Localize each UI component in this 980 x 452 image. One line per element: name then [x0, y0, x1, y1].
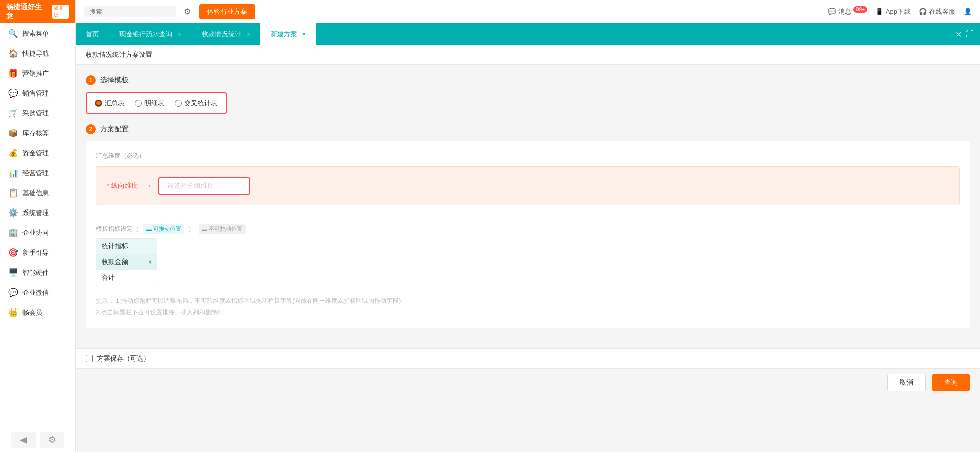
radio-detail-input[interactable]: [135, 100, 142, 107]
sidebar-item-label: 营销推广: [22, 69, 49, 78]
sidebar-item-label: 库存核算: [22, 129, 49, 138]
tab-new-plan-close[interactable]: ×: [302, 31, 306, 38]
sidebar-item-label: 销售管理: [22, 89, 49, 98]
sidebar-item-smart-hw[interactable]: 🖥️ 智能硬件: [0, 263, 75, 282]
operation-icon: 📊: [8, 168, 18, 178]
step1-section: 1 选择模板 汇总表 明细表 交叉统计表: [86, 75, 970, 114]
step2-title: 2 方案配置: [86, 124, 970, 134]
confirm-button[interactable]: 查询: [932, 374, 970, 391]
radio-cross-label: 交叉统计表: [184, 99, 217, 108]
app-download-button[interactable]: 📱 App下载: [875, 7, 911, 16]
smart-hw-icon: 🖥️: [8, 268, 18, 277]
sidebar-settings-btn[interactable]: ⚙: [40, 432, 64, 448]
sidebar-item-finance[interactable]: 💰 资金管理: [0, 143, 75, 163]
sidebar-item-label: 资金管理: [22, 149, 49, 158]
indicators-section: 模板指标设定（ ▬ 可拖动位置 ） ▬ 不可拖动位置: [96, 224, 960, 288]
tab-new-plan-label: 新建方案: [271, 30, 297, 39]
radio-summary-label: 汇总表: [105, 99, 125, 108]
logo-badge: 标准版: [52, 5, 69, 19]
radio-cross[interactable]: 交叉统计表: [175, 99, 217, 108]
finance-icon: 💰: [8, 148, 18, 158]
radio-cross-input[interactable]: [175, 100, 182, 107]
sidebar-item-purchase[interactable]: 🛒 采购管理: [0, 103, 75, 123]
wechat-icon: 💬: [8, 288, 18, 297]
sidebar-item-label: 企业协同: [22, 228, 49, 237]
sidebar-collapse-btn[interactable]: ◀: [11, 432, 36, 448]
app-icon: 📱: [875, 8, 884, 15]
sidebar-item-label: 畅会员: [22, 308, 42, 317]
config-panel: 汇总维度（必选） 纵向维度 → 请选择分组维度: [86, 141, 970, 328]
topbar-right: 💬 消息 99+ 📱 App下载 🎧 在线客服 👤: [828, 7, 972, 16]
sidebar-item-quick-nav[interactable]: 🏠 快捷导航: [0, 43, 75, 63]
message-button[interactable]: 💬 消息 99+: [828, 7, 867, 16]
tab-cash-bank[interactable]: 现金银行流水查询 ×: [109, 23, 191, 45]
message-icon: 💬: [828, 8, 836, 15]
enterprise-icon: 🏢: [8, 228, 18, 237]
sidebar-item-marketing[interactable]: 🎁 营销推广: [0, 63, 75, 83]
sidebar-item-inventory[interactable]: 📦 库存核算: [0, 123, 75, 143]
tab-receipts-stat-label: 收款情况统计: [202, 30, 241, 39]
page-title: 收款情况统计方案设置: [86, 51, 152, 58]
sidebar-item-guide[interactable]: 🎯 新手引导: [0, 243, 75, 263]
tabs-action-area: ✕ ⛶: [955, 30, 980, 39]
indicators-label: 模板指标设定（ ▬ 可拖动位置 ） ▬ 不可拖动位置: [96, 224, 960, 234]
sidebar-item-enterprise[interactable]: 🏢 企业协同: [0, 223, 75, 243]
cancel-button[interactable]: 取消: [887, 374, 926, 391]
sidebar-item-label: 新手引导: [22, 248, 49, 257]
tab-new-plan[interactable]: 新建方案 ×: [260, 23, 316, 45]
guide-icon: 🎯: [8, 248, 18, 257]
non-draggable-indicator: ▬: [202, 226, 207, 232]
tip-1: 提示： 1.拖动标题栏可以调整布局，不可跨维度或指标区域拖动栏目字段(只能在同一…: [96, 296, 960, 307]
trial-button[interactable]: 体验行业方案: [199, 4, 255, 19]
page-header: 收款情况统计方案设置: [76, 45, 980, 65]
stat-table-title: 统计指标: [102, 242, 128, 251]
dimension-select[interactable]: 请选择分组维度: [158, 177, 250, 195]
tab-receipts-stat[interactable]: 收款情况统计 ×: [191, 23, 260, 45]
message-label: 消息: [838, 7, 851, 16]
radio-detail[interactable]: 明细表: [135, 99, 164, 108]
tab-cash-bank-label: 现金银行流水查询: [119, 30, 173, 39]
tab-receipts-stat-close[interactable]: ×: [247, 31, 250, 38]
radio-summary-input[interactable]: [95, 100, 102, 107]
tab-expand-icon[interactable]: ⛶: [966, 30, 974, 39]
sales-icon: 💬: [8, 88, 18, 98]
save-checkbox[interactable]: [86, 355, 93, 362]
user-avatar[interactable]: 👤: [964, 8, 972, 15]
logo-text: 畅捷通好生意: [6, 3, 48, 21]
radio-summary[interactable]: 汇总表: [95, 99, 125, 108]
sidebar-item-label: 企业微信: [22, 288, 49, 297]
sidebar-item-basic-info[interactable]: 📋 基础信息: [0, 183, 75, 203]
sidebar-item-search-menu[interactable]: 🔍 搜索菜单: [0, 23, 75, 43]
stat-table-header: 统计指标: [96, 239, 157, 254]
tab-bar: 首页 现金银行流水查询 × 收款情况统计 × 新建方案 × ✕ ⛶: [76, 23, 980, 45]
indicators-title: 模板指标设定（: [96, 225, 139, 233]
app-download-label: App下载: [886, 7, 911, 16]
sidebar-logo: 畅捷通好生意 标准版: [0, 0, 75, 23]
sidebar-item-member[interactable]: 👑 畅会员: [0, 302, 75, 322]
settings-gear-icon[interactable]: ⚙: [184, 7, 191, 16]
stat-total-row: 合计: [96, 270, 157, 286]
sidebar-item-system[interactable]: ⚙️ 系统管理: [0, 203, 75, 223]
sidebar-item-wechat[interactable]: 💬 企业微信: [0, 282, 75, 302]
tab-close-all-icon[interactable]: ✕: [955, 30, 962, 39]
online-service-label: 在线客服: [929, 7, 955, 16]
sidebar-item-operation[interactable]: 📊 经营管理: [0, 163, 75, 183]
footer-save: 方案保存（可选）: [76, 348, 980, 368]
tab-cash-bank-close[interactable]: ×: [178, 31, 181, 38]
step2-section: 2 方案配置 汇总维度（必选） 纵向维度 → 请选择分组维度: [86, 124, 970, 328]
marketing-icon: 🎁: [8, 68, 18, 78]
page-body: 1 选择模板 汇总表 明细表 交叉统计表: [76, 65, 980, 348]
dimension-placeholder: 请选择分组维度: [167, 182, 214, 189]
stat-total-label: 合计: [102, 274, 115, 281]
topbar: ⚙ 体验行业方案 💬 消息 99+ 📱 App下载 🎧 在线客服 👤: [76, 0, 980, 23]
sidebar-item-sales[interactable]: 💬 销售管理: [0, 83, 75, 103]
radio-detail-label: 明细表: [144, 99, 164, 108]
service-icon: 🎧: [919, 8, 927, 15]
stat-dropdown-icon[interactable]: ▾: [149, 258, 152, 266]
dimension-row-label: 纵向维度: [107, 181, 138, 191]
content-area: 收款情况统计方案设置 1 选择模板 汇总表 明细表: [76, 45, 980, 452]
online-service-button[interactable]: 🎧 在线客服: [919, 7, 955, 16]
search-input[interactable]: [84, 6, 176, 17]
stat-column-header[interactable]: 收款金额 ▾: [96, 254, 157, 270]
tab-home[interactable]: 首页: [76, 23, 109, 45]
